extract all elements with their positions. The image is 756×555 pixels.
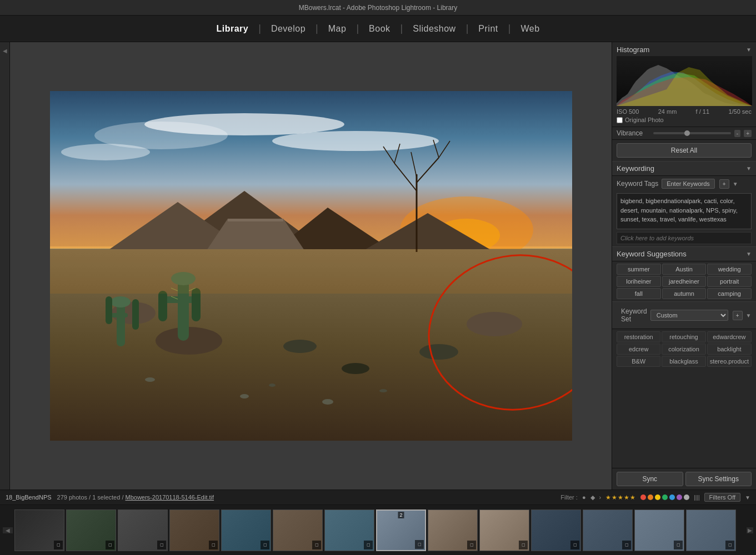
vibrance-thumb <box>684 130 690 136</box>
nav-book[interactable]: Book <box>359 24 400 34</box>
keyword-suggestions-header[interactable]: Keyword Suggestions ▼ <box>612 246 756 261</box>
keyword-set-item[interactable]: B&W <box>617 356 660 367</box>
keyword-suggestions-title: Keyword Suggestions <box>617 250 687 258</box>
nav-web[interactable]: Web <box>510 24 549 34</box>
star-rating-filter[interactable]: ★★★★★ <box>605 494 636 501</box>
enter-keywords-button[interactable]: Enter Keywords <box>662 179 715 189</box>
keyword-set-dropdown[interactable]: Custom Outdoor Photography Wedding <box>650 310 728 321</box>
add-keywords-input[interactable] <box>617 232 752 244</box>
keyword-set-item[interactable]: blackglass <box>662 356 705 367</box>
histogram-title: Histogram <box>617 46 649 54</box>
histogram-chevron[interactable]: ▼ <box>746 47 752 53</box>
keywording-chevron[interactable]: ▼ <box>746 165 752 171</box>
reset-all-button[interactable]: Reset All <box>617 143 752 158</box>
left-panel-toggle[interactable]: ◀ <box>3 48 7 54</box>
center-image-area <box>10 42 612 490</box>
keyword-suggestion-item[interactable]: jaredheiner <box>662 276 707 287</box>
filmstrip-left-arrow[interactable]: ◀ <box>3 527 13 533</box>
vibrance-plus-btn[interactable]: + <box>744 130 752 137</box>
suggestions-chevron[interactable]: ▼ <box>746 251 752 257</box>
gray-filter-dot[interactable] <box>684 495 689 500</box>
filter-area: Filter : ● ◆ › ★★★★★ |||| Filters Off ▼ <box>560 493 750 502</box>
red-filter-dot[interactable] <box>640 495 646 500</box>
keyword-tag-add-icon[interactable]: + <box>719 179 729 189</box>
purple-filter-dot[interactable] <box>677 495 682 500</box>
keyword-set-item[interactable]: edwardcrew <box>707 331 752 342</box>
desert-scene-svg <box>50 91 572 441</box>
nav-library[interactable]: Library <box>206 24 258 34</box>
focal-length: 24 mm <box>658 108 677 115</box>
keyword-set-chevron[interactable]: ▼ <box>746 312 752 319</box>
filmstrip-thumbnail[interactable]: ◻ <box>169 509 219 551</box>
histogram-svg <box>617 56 752 106</box>
keyword-set-item[interactable]: restoration <box>617 331 660 342</box>
thumbnail-number: 2 <box>398 512 404 518</box>
green-filter-dot[interactable] <box>662 495 668 500</box>
keywording-section-header[interactable]: Keywording ▼ <box>612 161 756 176</box>
original-photo-label: Original Photo <box>625 117 664 123</box>
nav-print[interactable]: Print <box>468 24 508 34</box>
thumbnail-badge: ◻ <box>725 541 734 549</box>
keyword-suggestion-item[interactable]: Austin <box>662 264 707 275</box>
nav-slideshow[interactable]: Slideshow <box>403 24 465 34</box>
keywords-text-area: bigbend, bigbendnationalpark, cacti, col… <box>617 193 752 229</box>
yellow-filter-dot[interactable] <box>655 495 660 500</box>
filmstrip-thumbnail[interactable]: ◻ <box>273 509 323 551</box>
keyword-set-add-icon[interactable]: + <box>733 311 743 320</box>
original-photo-checkbox[interactable] <box>617 117 623 123</box>
filmstrip: ◀ ◻◻◻◻◻◻◻2◻◻◻◻◻◻◻ ▶ <box>0 505 756 555</box>
vibrance-row: Vibrance - + <box>612 127 756 140</box>
filmstrip-thumbnail[interactable]: ◻ <box>66 509 116 551</box>
filmstrip-thumbnail[interactable]: ◻ <box>531 509 581 551</box>
filmstrip-thumbnail[interactable]: ◻ <box>479 509 529 551</box>
filmstrip-thumbnail[interactable]: ◻ <box>583 509 633 551</box>
photo-count: 279 photos / 1 selected / Mbowers-201701… <box>57 494 214 501</box>
filters-chevron[interactable]: ▼ <box>745 495 750 501</box>
keyword-dropdown-icon[interactable]: ▼ <box>733 181 738 187</box>
keyword-suggestion-item[interactable]: loriheiner <box>617 276 661 287</box>
keyword-set-item[interactable]: colorization <box>662 344 705 355</box>
keyword-suggestion-item[interactable]: autumn <box>662 288 707 299</box>
filters-off-button[interactable]: Filters Off <box>704 493 740 502</box>
thumbnail-badge: ◻ <box>261 541 269 549</box>
right-panel: Histogram ▼ <box>612 42 756 490</box>
filmstrip-thumbnail[interactable]: ◻ <box>428 509 478 551</box>
keyword-suggestion-item[interactable]: fall <box>617 288 661 299</box>
keyword-set-grid: restorationretouchingedwardcrewedcrewcol… <box>612 329 756 371</box>
keyword-suggestion-item[interactable]: summer <box>617 264 661 275</box>
keyword-set-item[interactable]: backlight <box>707 344 752 355</box>
sync-button[interactable]: Sync <box>617 472 683 486</box>
filmstrip-thumbnail[interactable]: ◻ <box>634 509 684 551</box>
filmstrip-thumbnail[interactable]: ◻ <box>686 509 736 551</box>
filmstrip-thumbnail[interactable]: ◻ <box>221 509 271 551</box>
keyword-suggestion-item[interactable]: camping <box>707 288 752 299</box>
filmstrip-thumbnail[interactable]: ◻ <box>118 509 168 551</box>
filmstrip-right-arrow[interactable]: ▶ <box>747 527 753 533</box>
svg-point-41 <box>240 394 249 398</box>
svg-point-6 <box>61 144 150 160</box>
sync-settings-button[interactable]: Sync Settings <box>685 472 752 486</box>
orange-filter-dot[interactable] <box>648 495 653 500</box>
keyword-set-item[interactable]: retouching <box>662 331 705 342</box>
vibrance-label: Vibrance <box>617 129 650 137</box>
filename[interactable]: Mbowers-20170118-5146-Edit.tif <box>126 494 214 501</box>
filter-circle-icon[interactable]: ● <box>582 494 586 501</box>
keyword-tags-label: Keyword Tags <box>617 180 658 188</box>
nav-develop[interactable]: Develop <box>261 24 316 34</box>
vibrance-minus-btn[interactable]: - <box>734 130 740 137</box>
keyword-suggestion-item[interactable]: wedding <box>707 264 752 275</box>
nav-map[interactable]: Map <box>318 24 357 34</box>
filmstrip-thumbs: ◻◻◻◻◻◻◻2◻◻◻◻◻◻◻ <box>14 509 745 551</box>
keyword-set-item[interactable]: edcrew <box>617 344 660 355</box>
thumbnail-badge: ◻ <box>674 541 683 549</box>
vibrance-slider[interactable] <box>653 132 731 134</box>
keyword-suggestion-item[interactable]: portrait <box>707 276 752 287</box>
blue-filter-dot[interactable] <box>669 495 675 500</box>
thumbnail-badge: ◻ <box>364 541 373 549</box>
filmstrip-thumbnail[interactable]: 2◻ <box>376 509 426 551</box>
filmstrip-thumbnail[interactable]: ◻ <box>14 509 64 551</box>
keyword-set-item[interactable]: stereo.product <box>707 356 752 367</box>
filmstrip-thumbnail[interactable]: ◻ <box>324 509 374 551</box>
filter-diamond-icon[interactable]: ◆ <box>590 494 595 501</box>
filter-gt-icon[interactable]: › <box>599 494 602 501</box>
